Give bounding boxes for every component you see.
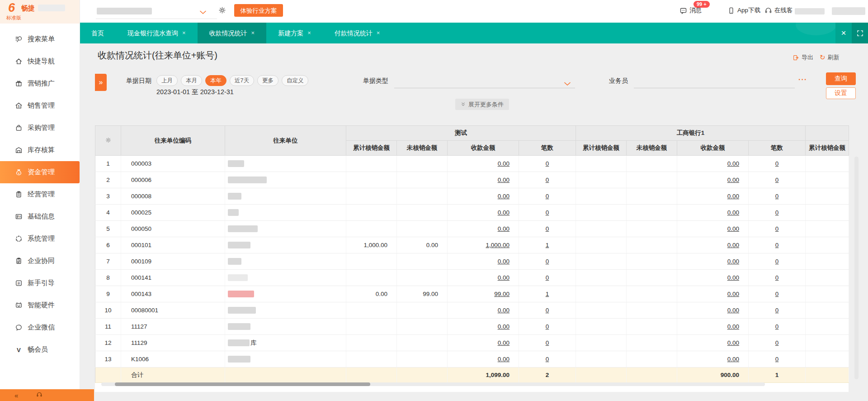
count-link[interactable]: 0 xyxy=(546,193,549,200)
pill-more[interactable]: 更多 xyxy=(257,75,278,86)
amount-link[interactable]: 0.00 xyxy=(727,177,739,183)
table-row[interactable]: 4 000025 0.00 0 0.00 0 xyxy=(95,205,849,221)
chevron-down-icon[interactable] xyxy=(200,8,206,16)
query-button[interactable]: 查询 xyxy=(826,72,856,85)
amount-link[interactable]: 0.00 xyxy=(727,356,739,363)
pill-this-month[interactable]: 本月 xyxy=(181,75,202,86)
sidebar-item-marketing[interactable]: 营销推广 xyxy=(0,72,80,95)
amount-link[interactable]: 0.00 xyxy=(498,356,509,363)
close-icon[interactable]: × xyxy=(182,23,186,43)
table-row[interactable]: 13 K1006 0.00 0 0.00 0 xyxy=(95,351,849,368)
amount-link[interactable]: 0.00 xyxy=(498,274,509,281)
amount-link[interactable]: 0.00 xyxy=(727,225,739,232)
count-link[interactable]: 0 xyxy=(775,160,779,167)
close-icon[interactable]: × xyxy=(251,23,255,43)
collapse-filters-button[interactable]: » xyxy=(95,74,107,91)
amount-link[interactable]: 0.00 xyxy=(727,307,739,314)
sidebar-item-base-info[interactable]: A 基础信息 xyxy=(0,205,80,228)
amount-link[interactable]: 0.00 xyxy=(498,209,509,216)
count-link[interactable]: 0 xyxy=(775,209,779,216)
pill-this-year[interactable]: 本年 xyxy=(205,75,226,86)
sidebar-item-collaboration[interactable]: 企业协同 xyxy=(0,250,80,272)
table-row[interactable]: 6 000101 1,000.00 0.00 1,000.00 1 0.00 0 xyxy=(95,237,849,253)
table-row[interactable]: 12 11129 库 0.00 0 0.00 0 xyxy=(95,335,849,351)
settings-button[interactable]: 设置 xyxy=(826,87,856,99)
sidebar-item-procurement[interactable]: 采购管理 xyxy=(0,117,80,139)
refresh-button[interactable]: ↻ 刷新 xyxy=(820,53,840,62)
count-link[interactable]: 0 xyxy=(775,193,779,200)
sidebar-item-sales[interactable]: $ 销售管理 xyxy=(0,95,80,117)
tab-home[interactable]: 首页 xyxy=(80,23,116,43)
amount-link[interactable]: 0.00 xyxy=(498,193,509,200)
count-link[interactable]: 1 xyxy=(546,291,549,297)
count-link[interactable]: 0 xyxy=(775,242,779,248)
table-row[interactable]: 8 000141 0.00 0 0.00 0 xyxy=(95,270,849,286)
amount-link[interactable]: 0.00 xyxy=(727,160,739,167)
count-link[interactable]: 0 xyxy=(775,291,779,297)
horizontal-scrollbar[interactable] xyxy=(101,382,765,386)
table-row[interactable]: 1 000003 0.00 0 0.00 0 xyxy=(95,156,849,172)
amount-link[interactable]: 0.00 xyxy=(498,258,509,265)
amount-link[interactable]: 0.00 xyxy=(727,339,739,346)
amount-link[interactable]: 0.00 xyxy=(727,193,739,200)
amount-link[interactable]: 1,000.00 xyxy=(486,242,509,248)
chevron-down-icon[interactable] xyxy=(564,80,571,88)
more-options-icon[interactable]: ... xyxy=(798,74,807,82)
pill-custom[interactable]: 自定义 xyxy=(282,75,309,86)
column-settings-button[interactable] xyxy=(95,126,121,156)
fullscreen-button[interactable] xyxy=(852,23,868,43)
count-link[interactable]: 0 xyxy=(546,323,549,330)
sidebar-item-member[interactable]: V 畅会员 xyxy=(0,339,80,361)
amount-link[interactable]: 0.00 xyxy=(498,323,509,330)
table-row[interactable]: 9 000143 0.00 99.00 99.00 1 0.00 0 xyxy=(95,286,849,302)
expand-more-conditions-button[interactable]: 展开更多条件 xyxy=(455,99,509,110)
export-button[interactable]: 导出 xyxy=(793,53,813,62)
amount-link[interactable]: 0.00 xyxy=(727,291,739,297)
close-icon[interactable]: × xyxy=(307,23,311,43)
sidebar-item-quick-nav[interactable]: 快捷导航 xyxy=(0,50,80,72)
amount-link[interactable]: 0.00 xyxy=(727,274,739,281)
amount-link[interactable]: 0.00 xyxy=(498,177,509,183)
sidebar-item-smart-hardware[interactable]: 智能硬件 xyxy=(0,294,80,316)
pill-last-7-days[interactable]: 近7天 xyxy=(230,75,254,86)
count-link[interactable]: 1 xyxy=(546,242,549,248)
experience-industry-button[interactable]: 体验行业方案 xyxy=(234,4,283,17)
sidebar-item-system[interactable]: 系统管理 xyxy=(0,228,80,250)
amount-link[interactable]: 0.00 xyxy=(727,323,739,330)
count-link[interactable]: 0 xyxy=(775,323,779,330)
count-link[interactable]: 0 xyxy=(546,339,549,346)
count-link[interactable]: 0 xyxy=(546,160,549,167)
sidebar-item-search-menu[interactable]: 搜索菜单 xyxy=(0,28,80,50)
sidebar-item-inventory[interactable]: 库存核算 xyxy=(0,139,80,161)
table-row[interactable]: 11 11127 0.00 0 0.00 0 xyxy=(95,319,849,335)
count-link[interactable]: 0 xyxy=(775,356,779,363)
amount-link[interactable]: 0.00 xyxy=(498,225,509,232)
count-link[interactable]: 0 xyxy=(546,209,549,216)
close-all-tabs-button[interactable]: × xyxy=(835,23,852,43)
amount-link[interactable]: 0.00 xyxy=(498,307,509,314)
count-link[interactable]: 0 xyxy=(775,258,779,265)
horizontal-scrollbar-thumb[interactable] xyxy=(115,382,370,386)
amount-link[interactable]: 0.00 xyxy=(498,160,509,167)
tab-payment-stats[interactable]: 付款情况统计 × xyxy=(323,23,392,43)
doc-type-input[interactable] xyxy=(394,78,575,88)
salesman-input[interactable] xyxy=(634,78,795,88)
sidebar-item-operations[interactable]: 经营管理 xyxy=(0,183,80,205)
tab-cash-bank-flow[interactable]: 现金银行流水查询 × xyxy=(116,23,198,43)
table-row[interactable]: 7 000109 0.00 0 0.00 0 xyxy=(95,253,849,270)
table-row[interactable]: 10 00080001 0.00 0 0.00 0 xyxy=(95,302,849,319)
sidebar-item-wecom[interactable]: 企业微信 xyxy=(0,316,80,339)
collapse-sidebar-icon[interactable]: « xyxy=(14,392,18,399)
amount-link[interactable]: 99.00 xyxy=(494,291,509,297)
online-service-button[interactable]: 在线客 xyxy=(764,6,793,14)
vertical-scrollbar[interactable] xyxy=(854,157,859,379)
date-range-value[interactable]: 2023-01-01 至 2023-12-31 xyxy=(156,88,234,96)
count-link[interactable]: 0 xyxy=(546,274,549,281)
count-link[interactable]: 0 xyxy=(775,225,779,232)
count-link[interactable]: 0 xyxy=(775,274,779,281)
count-link[interactable]: 0 xyxy=(546,258,549,265)
amount-link[interactable]: 0.00 xyxy=(727,242,739,248)
count-link[interactable]: 0 xyxy=(775,177,779,183)
support-phone-icon[interactable] xyxy=(36,391,42,399)
table-row[interactable]: 2 000006 0.00 0 0.00 0 xyxy=(95,172,849,188)
